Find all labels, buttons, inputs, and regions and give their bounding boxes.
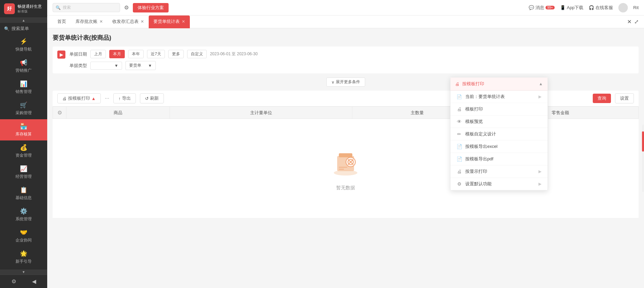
refresh-btn[interactable]: ↺ 刷新 [140, 93, 164, 103]
tab-inventory-batch-close[interactable]: ✕ [99, 19, 103, 24]
main-area: 🔍 搜索 ⚙ 体验行业方案 💬 消息 99+ 📱 App下载 🎧 在线客服 Ri… [47, 0, 644, 288]
settings-label: 设置 [620, 95, 629, 101]
date-btn-last-month[interactable]: 上月 [90, 50, 106, 58]
export-label: 导出 [122, 95, 131, 101]
topbar-search[interactable]: 🔍 搜索 [53, 3, 120, 12]
topbar-gear-icon[interactable]: ⚙ [124, 4, 129, 11]
tabbar-right: ✕ ⤢ [627, 19, 639, 25]
app-logo-icon: 好 [4, 3, 15, 14]
tab-receivable-summary[interactable]: 收发存汇总表 ✕ [108, 15, 149, 28]
dropdown-template-preview[interactable]: 👁 模板预览 [450, 116, 548, 128]
tab-inventory-batch[interactable]: 库存批次账 ✕ [71, 15, 108, 28]
sidebar-item-purchase[interactable]: 🛒 采购管理 [0, 98, 47, 119]
app-download-btn[interactable]: 📱 App下载 [560, 5, 583, 11]
date-btn-7days[interactable]: 近7天 [147, 50, 165, 58]
sidebar-item-quick-nav[interactable]: ⚡ 快捷导航 [0, 34, 47, 56]
table-col-settings-btn[interactable]: ⚙ [57, 109, 62, 116]
print-dropdown: 🖨 按模板打印 ▲ 📄 当前：要货单统计表 ▶ 🖨 模板打印 👁 模板预览 [450, 77, 548, 191]
template-print-icon: 🖨 [457, 106, 462, 112]
dropdown-template-design[interactable]: ✏ 模板自定义设计 [450, 128, 548, 140]
date-btn-this-month[interactable]: 本月 [109, 50, 125, 58]
date-btn-more[interactable]: 更多 [168, 50, 184, 58]
print-template-btn[interactable]: 🖨 按模板打印 ▲ [57, 93, 101, 103]
template-design-label: 模板自定义设计 [465, 131, 496, 137]
sidebar-item-operations[interactable]: 📈 经营管理 [0, 162, 47, 183]
dropdown-header[interactable]: 🖨 按模板打印 ▲ [450, 77, 548, 91]
dropdown-template-excel[interactable]: 📄 按模板导出excel [450, 140, 548, 153]
sidebar-item-marketing[interactable]: 📢 营销推广 [0, 56, 47, 77]
sidebar-item-inventory[interactable]: 🏪 库存核算 [0, 119, 47, 140]
scroll-up-btn[interactable]: ▲ [0, 18, 47, 23]
sidebar-search[interactable]: 🔍 搜索菜单 [0, 23, 47, 34]
print-template-label: 按模板打印 [68, 95, 90, 101]
dropdown-template-pdf[interactable]: 📄 按模板导出pdf [450, 153, 548, 165]
print-dropdown-title: 按模板打印 [462, 81, 484, 87]
sidebar-item-guide[interactable]: 🌟 新手引导 [0, 247, 47, 268]
inventory-icon: 🏪 [20, 123, 27, 130]
set-default-arrow: ▶ [538, 182, 541, 186]
tab-receivable-summary-label: 收发存汇总表 [112, 19, 139, 25]
inventory-label: 库存核算 [16, 131, 32, 137]
sidebar-item-basics[interactable]: 📋 基础信息 [0, 183, 47, 204]
settings-btn[interactable]: 设置 [615, 93, 634, 103]
tab-order-stats-close[interactable]: ✕ [182, 19, 185, 24]
marketing-label: 营销推广 [16, 68, 32, 73]
display-print-label: 按显示打印 [465, 168, 487, 174]
search-icon: 🔍 [4, 26, 9, 31]
sidebar-item-finance[interactable]: 💰 资金管理 [0, 140, 47, 162]
dropdown-current-item[interactable]: 📄 当前：要货单统计表 ▶ [450, 91, 548, 103]
dropdown-current-left: 📄 当前：要货单统计表 [457, 94, 505, 100]
sidebar-item-sales[interactable]: 📊 销售管理 [0, 77, 47, 98]
query-btn[interactable]: 查询 [593, 94, 611, 103]
template-excel-icon: 📄 [457, 144, 462, 149]
table-header-row: ⚙ 商品 主计量单位 主数量 零售金额 [53, 107, 639, 119]
type-select[interactable]: ▼ [90, 62, 122, 70]
topbar: 🔍 搜索 ⚙ 体验行业方案 💬 消息 99+ 📱 App下载 🎧 在线客服 Ri… [47, 0, 644, 15]
tab-home[interactable]: 首页 [53, 15, 71, 28]
sidebar-item-system[interactable]: ⚙️ 系统管理 [0, 204, 47, 225]
finance-label: 资金管理 [16, 153, 32, 158]
col-unit-label: 主计量单位 [250, 110, 272, 115]
trial-btn[interactable]: 体验行业方案 [133, 3, 169, 12]
tab-receivable-summary-close[interactable]: ✕ [141, 19, 144, 24]
printer-icon: 🖨 [62, 96, 67, 101]
refresh-label: 刷新 [150, 95, 159, 101]
sidebar-item-cooperation[interactable]: 🤝 企业协同 [0, 225, 47, 247]
tab-order-stats[interactable]: 要货单统计表 ✕ [149, 15, 190, 28]
query-label: 查询 [597, 95, 606, 101]
scroll-down-btn[interactable]: ▼ [0, 269, 47, 275]
tabbar: 首页 库存批次账 ✕ 收发存汇总表 ✕ 要货单统计表 ✕ ✕ ⤢ [47, 15, 644, 28]
toolbar-more-btn[interactable]: ··· [105, 95, 109, 101]
quick-nav-icon: ⚡ [20, 38, 27, 45]
basics-icon: 📋 [20, 186, 27, 194]
display-print-left: 🖨 按显示打印 [457, 168, 487, 174]
tab-order-stats-label: 要货单统计表 [153, 19, 180, 25]
date-btn-custom[interactable]: 自定义 [187, 50, 207, 58]
settings-footer-btn[interactable]: ⚙ [11, 278, 16, 285]
page-title: 要货单统计表(按商品) [53, 34, 639, 42]
empty-illustration [329, 146, 362, 180]
sales-icon: 📊 [20, 80, 27, 88]
online-service-btn[interactable]: 🎧 在线客服 [589, 5, 613, 11]
right-scrollbar[interactable] [642, 125, 644, 192]
message-badge: 99+ [546, 6, 555, 9]
date-btn-this-year[interactable]: 本年 [128, 50, 144, 58]
marketing-icon: 📢 [20, 59, 27, 66]
user-avatar[interactable] [618, 3, 628, 12]
dropdown-template-print[interactable]: 🖨 模板打印 [450, 103, 548, 116]
template-preview-icon: 👁 [457, 119, 462, 124]
message-btn[interactable]: 💬 消息 99+ [529, 5, 555, 11]
tab-expand-btn[interactable]: ⤢ [634, 19, 639, 25]
app-download-label: App下载 [567, 5, 583, 11]
expand-more-btn[interactable]: ∨ 展开更多条件 [326, 77, 365, 87]
template-preview-label: 模板预览 [465, 119, 483, 125]
dropdown-set-default[interactable]: ⚙ 设置默认功能 ▶ [450, 178, 548, 190]
topbar-search-icon: 🔍 [56, 5, 61, 10]
expand-more-label: 展开更多条件 [336, 79, 360, 85]
dropdown-display-print[interactable]: 🖨 按显示打印 ▶ [450, 165, 548, 178]
filter-expand-btn[interactable]: ▶ [57, 51, 65, 59]
collapse-footer-btn[interactable]: ◀ [32, 278, 36, 285]
export-btn[interactable]: ↑ 导出 [113, 93, 136, 103]
item-select[interactable]: 要货单 ▼ [125, 61, 156, 70]
tab-close-all-btn[interactable]: ✕ [627, 19, 632, 25]
